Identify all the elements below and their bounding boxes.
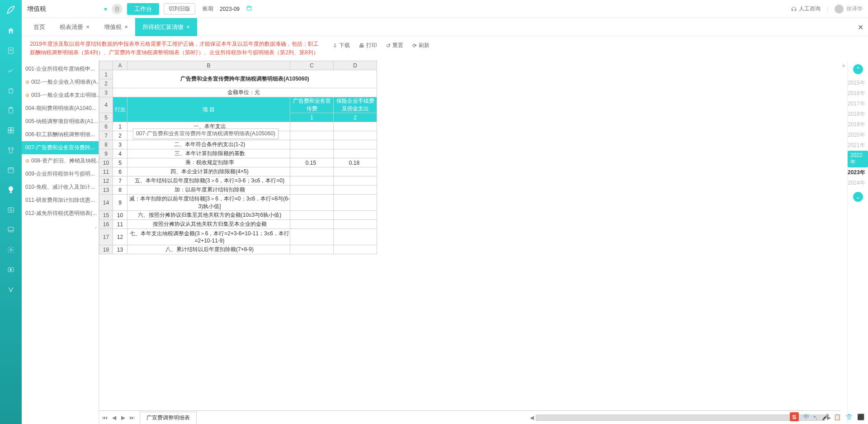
cell[interactable] (334, 167, 377, 176)
year-down-icon[interactable]: ⌄ (853, 192, 863, 202)
form-item-3[interactable]: 004-期间费用明细表(A1040... (22, 102, 99, 115)
cell[interactable]: 7 (99, 131, 113, 140)
ime-mic-icon[interactable]: 🎤 (822, 414, 829, 420)
cell[interactable]: 2 (99, 79, 113, 88)
cell[interactable]: 4 (113, 149, 127, 158)
cell[interactable]: 0.18 (334, 158, 377, 167)
cell[interactable]: 14 (99, 195, 113, 211)
cell[interactable]: 项 目 (127, 97, 290, 122)
cell[interactable]: 5 (99, 113, 113, 122)
cell[interactable] (334, 195, 377, 211)
year-item[interactable]: 2024年 (848, 178, 868, 188)
form-item-5[interactable]: 006-职工薪酬纳税调整明细... (22, 128, 99, 141)
cell[interactable]: 二、本年符合条件的支出(1-2) (127, 140, 290, 149)
year-item[interactable]: 2016年 (848, 88, 868, 99)
cell[interactable] (290, 245, 334, 254)
year-item[interactable]: 2018年 (848, 109, 868, 119)
cell[interactable] (334, 149, 377, 158)
module-dropdown-icon[interactable]: ▾ (104, 5, 107, 13)
user-menu[interactable]: 徐泽华 (835, 5, 863, 14)
cell[interactable]: 11 (113, 220, 127, 229)
cell[interactable]: 9 (99, 149, 113, 158)
cell[interactable]: 0.15 (290, 158, 334, 167)
cell[interactable] (290, 167, 334, 176)
sheet-tab[interactable]: 广宣费调整明细表 (140, 412, 197, 424)
nav-settings-icon[interactable] (5, 244, 16, 255)
cell[interactable] (334, 229, 377, 245)
cell[interactable]: D (334, 61, 377, 70)
year-item[interactable]: 2017年 (848, 99, 868, 109)
cell[interactable] (290, 186, 334, 195)
cell[interactable] (290, 176, 334, 186)
cell[interactable]: 17 (99, 229, 113, 245)
cell[interactable]: 7 (113, 176, 127, 186)
refresh-link[interactable]: ⟳刷新 (412, 42, 429, 49)
cell[interactable]: 六、按照分摊协议归集至其他关联方的金额(10≤3与6孰小值) (127, 211, 290, 220)
year-item[interactable]: 2019年 (848, 119, 868, 130)
cell[interactable] (334, 211, 377, 220)
ime-grid-icon[interactable]: ⬛ (857, 414, 864, 420)
print-link[interactable]: 🖶打印 (359, 42, 377, 49)
cell[interactable] (290, 220, 334, 229)
cell[interactable]: 3 (113, 140, 127, 149)
cell[interactable]: 四、本企业计算的扣除限额(4×5) (127, 167, 290, 176)
consult-link[interactable]: 人工咨询 (791, 5, 821, 13)
horizontal-scrollbar[interactable] (536, 414, 825, 421)
year-item[interactable]: 2023年 (848, 167, 868, 178)
cell[interactable]: 8 (113, 186, 127, 195)
cell[interactable] (334, 245, 377, 254)
ime-skin-icon[interactable]: 👕 (845, 414, 853, 420)
cell[interactable]: 1 (290, 113, 334, 122)
cell[interactable]: 12 (113, 229, 127, 245)
cell[interactable]: A (113, 61, 127, 70)
close-icon[interactable]: ✕ (186, 24, 190, 29)
cell[interactable] (290, 122, 334, 131)
cell[interactable] (334, 140, 377, 149)
reset-link[interactable]: ↺重置 (386, 42, 403, 49)
cell[interactable]: 4 (99, 97, 113, 113)
switch-old-button[interactable]: 切到旧版 (164, 3, 195, 14)
cell[interactable] (290, 149, 334, 158)
cell[interactable]: 七、本年支出纳税调整金额(3＞6，本行=2+3-6+10-11；3≤6，本行=2… (127, 229, 290, 245)
cell[interactable]: 五、本年结转以后年度扣除额(3＞6，本行=3-6；3≤6，本行=0) (127, 176, 290, 186)
cell[interactable] (290, 140, 334, 149)
cell[interactable] (334, 176, 377, 186)
cell[interactable]: 三、本年计算扣除限额的基数 (127, 149, 290, 158)
cell[interactable]: 金额单位：元 (113, 88, 377, 97)
year-item[interactable]: 2022年 (848, 151, 868, 167)
hscroll-left-icon[interactable]: ◀ (530, 414, 534, 421)
sheet-nav-prev-icon[interactable]: ◀ (110, 414, 118, 421)
close-all-icon[interactable]: ✕ (858, 23, 863, 31)
tab-home[interactable]: 首页 (26, 18, 52, 36)
cell[interactable]: 八、累计结转以后年度扣除额(7+8-9) (127, 245, 290, 254)
cell[interactable] (334, 186, 377, 195)
nav-chart-icon[interactable] (5, 65, 16, 76)
calendar-icon[interactable] (246, 5, 252, 13)
nav-video-icon[interactable] (5, 264, 16, 275)
year-up-icon[interactable]: ⌃ (853, 64, 863, 74)
cell[interactable]: 10 (113, 211, 127, 220)
cell[interactable]: 16 (99, 220, 113, 229)
cell[interactable] (290, 131, 334, 140)
form-item-2[interactable]: ⊘003-一般企业成本支出明细... (22, 89, 99, 102)
cell[interactable]: 9 (113, 195, 127, 211)
form-item-7[interactable]: ⊘008-资产折旧、摊销及纳税... (22, 154, 99, 167)
tab-income-tax[interactable]: 所得税汇算清缴✕ (135, 18, 197, 36)
cell[interactable]: 广告费和业务宣传费 (290, 97, 334, 113)
cell[interactable]: 6 (113, 167, 127, 176)
download-link[interactable]: ⇩下载 (333, 42, 350, 49)
cell[interactable]: 18 (99, 245, 113, 254)
cell[interactable]: 1 (99, 70, 113, 79)
ime-logo-icon[interactable]: S (790, 412, 799, 421)
cell[interactable]: 行次 (113, 97, 127, 122)
cell[interactable]: 3 (99, 88, 113, 97)
nav-inbox-icon[interactable] (5, 224, 16, 235)
form-item-9[interactable]: 010-免税、减计收入及加计... (22, 181, 99, 194)
nav-bag-icon[interactable] (5, 85, 16, 96)
cell[interactable]: 2 (334, 113, 377, 122)
cell[interactable] (290, 211, 334, 220)
cell[interactable]: 13 (113, 245, 127, 254)
workspace-button[interactable]: 工作台 (127, 3, 159, 15)
cell[interactable]: B (127, 61, 290, 70)
nav-shirt-icon[interactable] (5, 145, 16, 156)
